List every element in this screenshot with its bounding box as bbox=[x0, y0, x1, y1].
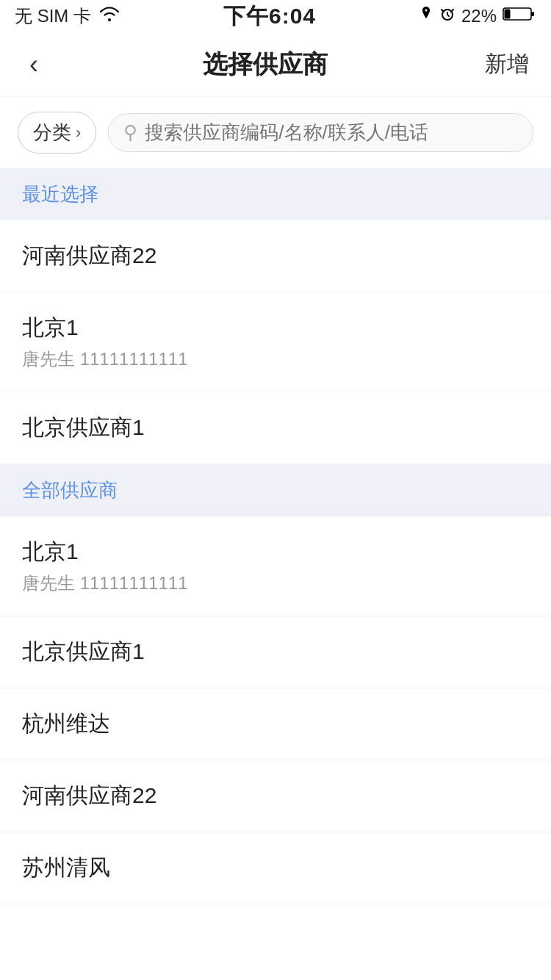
chevron-right-icon: › bbox=[76, 123, 81, 143]
item-name: 杭州维达 bbox=[22, 709, 529, 739]
search-box[interactable]: ⚲ bbox=[108, 113, 533, 152]
list-item[interactable]: 北京供应商1 bbox=[0, 616, 551, 688]
back-button[interactable]: ‹ bbox=[22, 42, 46, 87]
list-item[interactable]: 河南供应商22 bbox=[0, 760, 551, 832]
filter-bar: 分类 › ⚲ bbox=[0, 97, 551, 168]
search-icon: ⚲ bbox=[123, 121, 137, 144]
item-sub: 唐先生 11111111111 bbox=[22, 572, 529, 595]
carrier-text: 无 SIM 卡 bbox=[15, 4, 91, 28]
alarm-icon bbox=[439, 6, 455, 26]
item-name: 北京1 bbox=[22, 313, 529, 343]
category-label: 分类 bbox=[33, 120, 71, 145]
item-name: 北京供应商1 bbox=[22, 413, 529, 443]
svg-rect-3 bbox=[504, 10, 510, 19]
add-button[interactable]: 新增 bbox=[485, 49, 529, 79]
status-right: 22% bbox=[419, 6, 536, 26]
wifi-icon bbox=[98, 6, 120, 26]
item-name: 河南供应商22 bbox=[22, 241, 529, 271]
list-item[interactable]: 北京1唐先生 11111111111 bbox=[0, 292, 551, 392]
status-bar: 无 SIM 卡 下午6:04 22% bbox=[0, 0, 551, 32]
item-name: 北京1 bbox=[22, 537, 529, 567]
item-name: 北京供应商1 bbox=[22, 637, 529, 667]
item-sub: 唐先生 11111111111 bbox=[22, 347, 529, 371]
sections-container: 最近选择河南供应商22北京1唐先生 11111111111北京供应商1全部供应商… bbox=[0, 168, 551, 904]
list-item[interactable]: 北京1唐先生 11111111111 bbox=[0, 516, 551, 616]
item-name: 苏州清风 bbox=[22, 853, 529, 883]
list-item[interactable]: 北京供应商1 bbox=[0, 392, 551, 464]
battery-icon bbox=[503, 6, 536, 26]
category-button[interactable]: 分类 › bbox=[18, 112, 96, 154]
battery-text: 22% bbox=[461, 6, 497, 26]
status-time: 下午6:04 bbox=[223, 1, 316, 32]
page-title: 选择供应商 bbox=[203, 48, 328, 82]
location-icon bbox=[419, 6, 433, 26]
section-header-all: 全部供应商 bbox=[0, 464, 551, 516]
svg-rect-2 bbox=[531, 12, 534, 16]
search-input[interactable] bbox=[145, 121, 518, 144]
list-item[interactable]: 杭州维达 bbox=[0, 688, 551, 760]
status-left: 无 SIM 卡 bbox=[15, 4, 120, 28]
list-item[interactable]: 苏州清风 bbox=[0, 832, 551, 904]
item-name: 河南供应商22 bbox=[22, 781, 529, 811]
nav-bar: ‹ 选择供应商 新增 bbox=[0, 32, 551, 97]
section-header-recent: 最近选择 bbox=[0, 168, 551, 220]
list-item[interactable]: 河南供应商22 bbox=[0, 220, 551, 292]
